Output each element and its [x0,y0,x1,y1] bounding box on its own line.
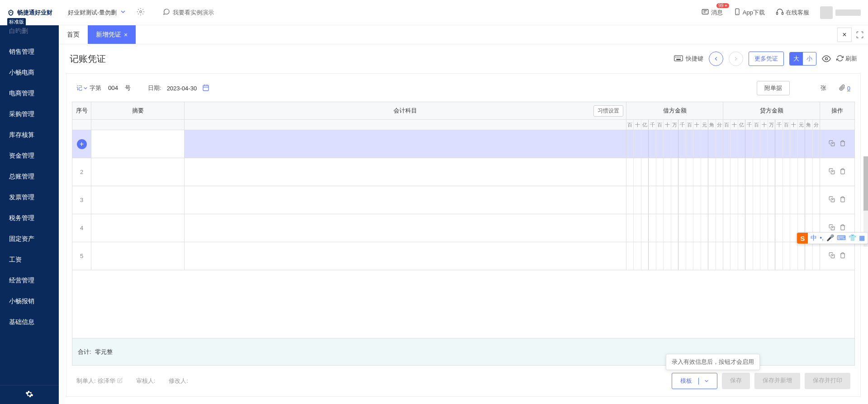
copy-row-icon[interactable] [829,140,835,148]
delete-row-icon[interactable] [840,140,846,148]
attach-docs-button[interactable]: 附单据 [757,81,790,95]
account-cell[interactable] [185,242,626,270]
fullscreen-icon[interactable] [855,30,864,39]
size-small-option[interactable]: 小 [803,52,816,65]
sidebar-item-purchase[interactable]: 采购管理 [0,104,59,125]
sidebar-item-ecommerce[interactable]: 电商管理 [0,83,59,104]
digit-header: 万 [671,120,678,130]
template-button[interactable]: 模板 [672,373,717,389]
amount-cell[interactable] [626,158,723,186]
copy-row-icon[interactable] [829,196,835,204]
mobile-icon [734,8,741,17]
amount-cell[interactable] [626,186,723,214]
account-cell[interactable] [185,158,626,186]
voucher-date-value[interactable]: 2023-04-30 [167,85,197,92]
settings-gear-icon[interactable] [137,8,145,17]
workspace-selector[interactable]: 好业财测试-量勿删 [68,9,126,17]
tab-new-voucher[interactable]: 新增凭证 × [88,25,136,44]
summary-input[interactable] [91,130,184,158]
online-service-button[interactable]: 在线客服 [776,8,809,17]
amount-cell[interactable] [626,242,723,270]
attachments-link[interactable]: 0 [839,85,850,92]
edit-icon[interactable] [117,378,123,385]
account-cell[interactable] [185,130,626,158]
voucher-type-selector[interactable]: 记 [76,84,88,92]
refresh-button[interactable]: 刷新 [836,55,857,63]
copy-row-icon[interactable] [829,252,835,260]
sidebar-item-inventory[interactable]: 库存核算 [0,125,59,146]
add-row-button[interactable]: + [77,139,87,149]
ime-logo-icon: S [797,233,808,244]
ime-toolbox-icon[interactable]: ▦ [859,234,865,242]
delete-row-icon[interactable] [840,252,846,260]
sidebar-item-sales[interactable]: 销售管理 [0,42,59,62]
ime-skin-icon[interactable]: 👕 [849,234,856,242]
ime-toolbar[interactable]: S 中 •, 🎤 ⌨ 👕 ▦ [797,232,868,244]
sidebar-item-reimburse[interactable]: 小畅报销 [0,291,59,312]
next-voucher-button[interactable] [729,52,743,66]
sidebar-item-ledger[interactable]: 总账管理 [0,166,59,187]
chevron-down-icon[interactable] [698,378,709,385]
table-row[interactable]: 3 [72,186,854,214]
more-vouchers-button[interactable]: 更多凭证 [749,52,784,66]
ime-punct-icon[interactable]: •, [820,234,824,242]
summary-cell[interactable] [91,242,185,270]
account-cell[interactable] [185,186,626,214]
close-icon[interactable]: × [124,31,128,38]
close-tab-button[interactable]: × [837,28,852,42]
sidebar-settings-button[interactable] [0,385,59,404]
sidebar-item-tax[interactable]: 税务管理 [0,208,59,229]
amount-cell[interactable] [723,130,820,158]
sidebar-item-wages[interactable]: 工资 [0,249,59,270]
messages-button[interactable]: 消息 99 + [701,8,723,17]
copy-row-icon[interactable] [829,168,835,176]
sidebar-item-operations[interactable]: 经营管理 [0,270,59,291]
summary-cell[interactable] [91,130,185,158]
delete-row-icon[interactable] [840,168,846,176]
voucher-number-input[interactable] [105,85,121,92]
svg-rect-2 [702,9,708,14]
sidebar-item-partial[interactable]: 白旳删 [0,25,59,42]
account-cell[interactable] [185,214,626,242]
table-row[interactable]: + [72,130,854,158]
digit-header: 元 [701,120,708,130]
table-row[interactable]: 2 [72,158,854,186]
sidebar-item-xiaochang-ecom[interactable]: 小畅电商 [0,62,59,83]
attachments-count: 0 [847,85,850,92]
digit-header: 百 [753,120,760,130]
app-download-button[interactable]: App下载 [734,8,765,17]
user-avatar-area[interactable] [820,6,861,19]
summary-cell[interactable] [91,186,185,214]
sidebar-item-funds[interactable]: 资金管理 [0,146,59,166]
habits-settings-button[interactable]: 习惯设置 [593,105,623,117]
size-large-option[interactable]: 大 [790,52,803,65]
table-row[interactable]: 4 [72,214,854,242]
ime-keyboard-icon[interactable]: ⌨ [837,234,846,242]
calendar-icon[interactable] [202,84,209,93]
copy-row-icon[interactable] [829,224,835,232]
demo-link[interactable]: 我要看实例演示 [163,8,214,17]
prev-voucher-button[interactable] [709,52,723,66]
table-row[interactable]: 5 [72,242,854,270]
shortcut-keys-button[interactable]: 快捷键 [674,55,703,63]
amount-cell[interactable] [723,242,820,270]
summary-cell[interactable] [91,158,185,186]
summary-cell[interactable] [91,214,185,242]
amount-cell[interactable] [723,158,820,186]
amount-cell[interactable] [723,186,820,214]
row-seq: 2 [72,158,91,186]
tab-home[interactable]: 首页 [59,25,88,44]
sidebar-item-invoice[interactable]: 发票管理 [0,187,59,208]
ime-lang[interactable]: 中 [811,234,817,242]
sidebar-item-basic-info[interactable]: 基础信息 [0,312,59,333]
page-title: 记账凭证 [70,53,106,65]
visibility-toggle-button[interactable] [822,54,831,63]
amount-cell[interactable] [626,130,723,158]
amount-cell[interactable] [626,214,723,242]
sidebar-item-fixed-assets[interactable]: 固定资产 [0,229,59,249]
delete-row-icon[interactable] [840,224,846,232]
digit-header: 百 [723,120,730,130]
ime-mic-icon[interactable]: 🎤 [826,234,834,242]
delete-row-icon[interactable] [840,196,846,204]
size-toggle[interactable]: 大 小 [789,52,816,66]
